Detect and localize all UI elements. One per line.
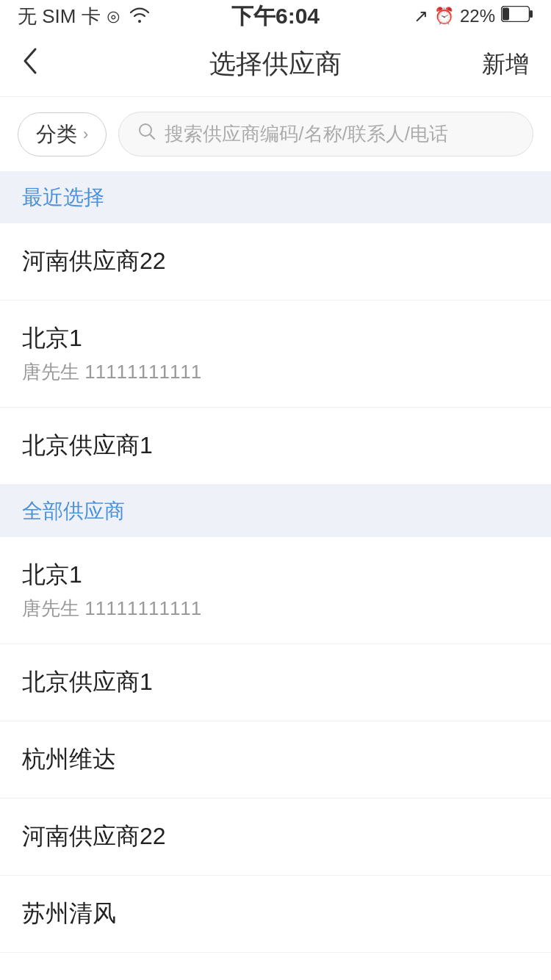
item-name: 杭州维达 — [22, 743, 529, 776]
recent-list: 河南供应商22 北京1 唐先生 11111111111 北京供应商1 — [0, 223, 551, 485]
list-item[interactable]: 北京1 唐先生 11111111111 — [0, 300, 551, 408]
back-button[interactable] — [22, 46, 66, 82]
nav-bar: 选择供应商 新增 — [0, 32, 551, 97]
list-item[interactable]: 北京1 唐先生 11111111111 — [0, 537, 551, 644]
all-section-label: 全部供应商 — [22, 500, 125, 522]
chevron-right-icon: › — [83, 125, 88, 144]
search-box[interactable]: 搜索供应商编码/名称/联系人/电话 — [118, 112, 533, 156]
add-button[interactable]: 新增 — [482, 48, 529, 81]
recent-section-header: 最近选择 — [0, 171, 551, 223]
all-section-header: 全部供应商 — [0, 485, 551, 537]
item-sub: 唐先生 11111111111 — [22, 596, 529, 621]
list-item[interactable]: 河南供应商22 — [0, 799, 551, 876]
item-sub: 唐先生 11111111111 — [22, 359, 529, 385]
wifi-icon — [129, 5, 151, 28]
item-name: 北京供应商1 — [22, 666, 529, 699]
item-name: 苏州清风 — [22, 898, 529, 930]
status-time: 下午6:04 — [231, 1, 320, 32]
alarm-icon: ⏰ — [434, 7, 454, 26]
status-left: 无 SIM 卡 ⊙ — [18, 4, 151, 29]
list-item[interactable]: 河南供应商22 — [0, 223, 551, 300]
all-list: 北京1 唐先生 11111111111 北京供应商1 杭州维达 河南供应商22 … — [0, 537, 551, 953]
category-label: 分类 — [36, 120, 77, 148]
list-item[interactable]: 杭州维达 — [0, 721, 551, 799]
search-placeholder: 搜索供应商编码/名称/联系人/电话 — [165, 121, 448, 147]
battery-percent: 22% — [460, 6, 495, 26]
recent-section-label: 最近选择 — [22, 186, 104, 209]
item-name: 河南供应商22 — [22, 821, 529, 853]
category-button[interactable]: 分类 › — [18, 112, 107, 156]
svg-rect-1 — [530, 10, 533, 18]
list-item[interactable]: 北京供应商1 — [0, 644, 551, 721]
item-name: 北京1 — [22, 323, 529, 355]
filter-bar: 分类 › 搜索供应商编码/名称/联系人/电话 — [0, 97, 551, 171]
search-icon — [137, 121, 157, 147]
item-name: 河南供应商22 — [22, 245, 529, 278]
status-right: ↗ ⏰ 22% — [414, 6, 533, 26]
list-item[interactable]: 苏州清风 — [0, 876, 551, 953]
sim-label: 无 SIM 卡 ⊙ — [18, 4, 121, 29]
list-item[interactable]: 北京供应商1 — [0, 408, 551, 485]
svg-rect-2 — [503, 8, 509, 21]
location-icon: ↗ — [414, 6, 428, 26]
battery-icon — [501, 6, 533, 26]
status-bar: 无 SIM 卡 ⊙ 下午6:04 ↗ ⏰ 22% — [0, 0, 551, 32]
item-name: 北京1 — [22, 559, 529, 591]
item-name: 北京供应商1 — [22, 430, 529, 462]
page-title: 选择供应商 — [209, 46, 342, 82]
